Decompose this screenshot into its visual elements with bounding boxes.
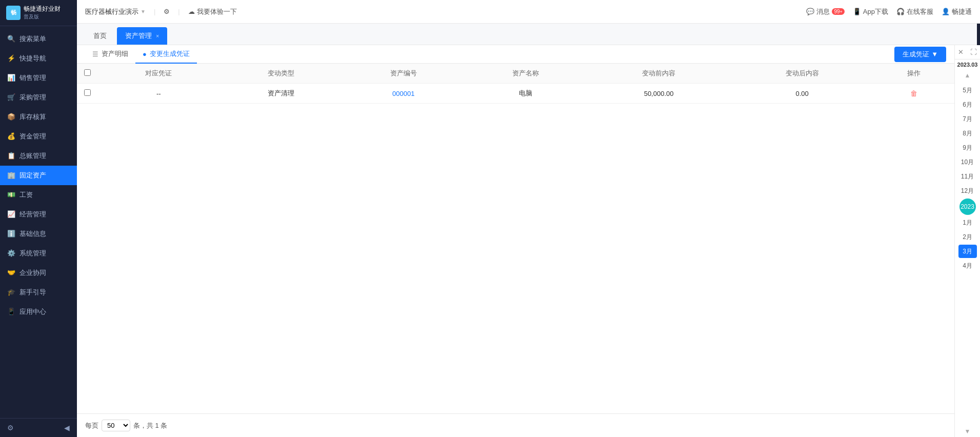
customer-service-button[interactable]: 🎧 在线客服 — [896, 7, 933, 16]
feedback-button[interactable]: ☁ 我要体验一下 — [188, 7, 237, 16]
topbar-right: 💬 消息 99+ 📱 App下载 🎧 在线客服 👤 畅捷通 — [806, 7, 972, 16]
table-icon: ☰ — [92, 50, 98, 58]
messages-button[interactable]: 💬 消息 99+ — [806, 7, 844, 16]
company-selector[interactable]: 医疗器械行业演示 ▼ — [85, 7, 146, 16]
month-item[interactable]: 1月 — [958, 216, 977, 229]
sidebar-item-payroll[interactable]: 💵工资 — [0, 185, 77, 205]
month-item[interactable]: 3月 — [958, 245, 977, 258]
row-checkbox-cell — [77, 84, 97, 104]
sidebar-item-operations[interactable]: 📈经营管理 — [0, 205, 77, 224]
sidebar-label-system: 系统管理 — [19, 249, 46, 258]
headset-icon: 🎧 — [896, 8, 905, 15]
year-2023-label[interactable]: 2023 — [959, 198, 976, 215]
sidebar-item-system[interactable]: ⚙️系统管理 — [0, 244, 77, 263]
month-item[interactable]: 6月 — [958, 98, 977, 111]
app-center-icon: 📱 — [7, 308, 15, 316]
collapse-icon[interactable]: ◀ — [64, 424, 70, 432]
main-wrapper: 医疗器械行业演示 ▼ | ⚙ | ☁ 我要体验一下 💬 消息 99+ 📱 App… — [77, 0, 980, 437]
side-panel-close-icon[interactable]: ✕ — [958, 48, 964, 56]
month-item[interactable]: 9月 — [958, 141, 977, 154]
month-item[interactable]: 5月 — [958, 84, 977, 97]
sidebar-item-finance[interactable]: 💰资金管理 — [0, 127, 77, 146]
phone-icon: 📱 — [853, 8, 861, 15]
sidebar-item-inventory[interactable]: 📦库存核算 — [0, 107, 77, 127]
column-change-type: 变动类型 — [220, 64, 343, 84]
user-menu[interactable]: 👤 畅捷通 — [942, 7, 972, 16]
sidebar-label-basic-info: 基础信息 — [19, 229, 46, 239]
tab-home[interactable]: 首页 — [85, 27, 115, 45]
sidebar-item-basic-info[interactable]: ℹ️基础信息 — [0, 224, 77, 244]
column-after-change: 变动后内容 — [730, 64, 874, 84]
select-all-checkbox-header[interactable] — [77, 64, 97, 84]
sidebar-label-sales: 销售管理 — [19, 73, 46, 83]
messages-label: 消息 — [816, 7, 830, 16]
settings-icon[interactable]: ⚙ — [7, 424, 14, 432]
sub-tab-generate-voucher[interactable]: ● 变更生成凭证 — [135, 45, 197, 64]
month-item[interactable]: 7月 — [958, 112, 977, 126]
delete-icon[interactable]: 🗑 — [910, 89, 917, 97]
gear-icon: ⚙ — [164, 8, 170, 15]
content-with-panel: ☰ 资产明细 ● 变更生成凭证 生成凭证 ▼ — [77, 45, 980, 437]
logo-line1: 畅捷通好业财 — [24, 5, 61, 13]
month-item[interactable]: 2月 — [958, 230, 977, 244]
row-after-change: 0.00 — [730, 84, 874, 104]
column-voucher: 对应凭证 — [97, 64, 220, 84]
column-operation: 操作 — [874, 64, 954, 84]
sidebar-navigation: 🔍搜索菜单⚡快捷导航📊销售管理🛒采购管理📦库存核算💰资金管理📋总账管理🏢固定资产… — [0, 26, 77, 418]
sidebar-label-payroll: 工资 — [19, 190, 33, 200]
sidebar-label-app-center: 应用中心 — [19, 307, 46, 316]
month-item[interactable]: 11月 — [958, 170, 977, 183]
sidebar-item-search[interactable]: 🔍搜索菜单 — [0, 29, 77, 49]
sidebar-label-fixed-assets: 固定资产 — [19, 171, 46, 180]
sidebar-item-ledger[interactable]: 📋总账管理 — [0, 146, 77, 166]
active-tab-label: 资产管理 — [125, 31, 152, 41]
main-content: ☰ 资产明细 ● 变更生成凭证 生成凭证 ▼ — [77, 45, 954, 437]
user-icon: 👤 — [942, 8, 950, 15]
scroll-up-button[interactable]: ▲ — [955, 70, 980, 81]
tab-close-icon[interactable]: × — [156, 33, 159, 39]
circle-icon: ● — [143, 50, 147, 58]
side-panel: ✕ ⛶ 2023.03 ▲ 5月6月7月8月9月10月11月12月20231月2… — [954, 45, 980, 437]
dropdown-icon: ▼ — [931, 50, 938, 58]
per-page-select[interactable]: 102050100 — [102, 420, 130, 431]
sidebar-label-inventory: 库存核算 — [19, 112, 46, 122]
data-table: 对应凭证 变动类型 资产编号 资产名称 变动前内容 变动后内容 操作 -- 资产… — [77, 64, 954, 104]
sidebar-label-operations: 经营管理 — [19, 210, 46, 219]
sidebar-item-app-center[interactable]: 📱应用中心 — [0, 302, 77, 322]
app-download-button[interactable]: 📱 App下载 — [853, 7, 888, 16]
select-all-checkbox[interactable] — [84, 69, 91, 76]
sidebar-label-guide: 新手引导 — [19, 288, 46, 297]
sub-tab-asset-detail[interactable]: ☰ 资产明细 — [85, 45, 135, 64]
month-item[interactable]: 10月 — [958, 155, 977, 169]
enterprise-icon: 🤝 — [7, 269, 15, 277]
messages-badge: 99+ — [832, 8, 844, 15]
side-panel-expand-icon[interactable]: ⛶ — [970, 48, 977, 56]
sidebar-item-enterprise[interactable]: 🤝企业协同 — [0, 263, 77, 283]
dropdown-arrow-icon: ▼ — [141, 9, 146, 14]
basic-info-icon: ℹ️ — [7, 230, 15, 238]
table-wrapper: 对应凭证 变动类型 资产编号 资产名称 变动前内容 变动后内容 操作 -- 资产… — [77, 64, 954, 413]
generate-voucher-button[interactable]: 生成凭证 ▼ — [894, 47, 946, 62]
sidebar-item-guide[interactable]: 🎓新手引导 — [0, 283, 77, 302]
sidebar-item-purchase[interactable]: 🛒采购管理 — [0, 88, 77, 107]
message-icon: 💬 — [806, 8, 814, 15]
settings-gear[interactable]: ⚙ — [164, 8, 170, 15]
sidebar-item-sales[interactable]: 📊销售管理 — [0, 68, 77, 88]
scroll-down-button[interactable]: ▼ — [955, 426, 980, 437]
sidebar-item-fixed-assets[interactable]: 🏢固定资产 — [0, 166, 77, 185]
sub-tab-voucher-label: 变更生成凭证 — [150, 49, 190, 58]
panel-year-label: 2023.03 — [955, 59, 980, 70]
inventory-icon: 📦 — [7, 113, 15, 121]
logo-icon: 畅 — [6, 6, 21, 20]
tab-asset-management[interactable]: 资产管理 × — [117, 27, 167, 45]
payroll-icon: 💵 — [7, 191, 15, 199]
row-checkbox[interactable] — [84, 89, 91, 96]
month-item[interactable]: 8月 — [958, 127, 977, 140]
sidebar-logo: 畅 畅捷通好业财 普及版 — [0, 0, 77, 26]
month-item[interactable]: 12月 — [958, 184, 977, 197]
month-item[interactable]: 4月 — [958, 259, 977, 272]
sidebar: 畅 畅捷通好业财 普及版 🔍搜索菜单⚡快捷导航📊销售管理🛒采购管理📦库存核算💰资… — [0, 0, 77, 437]
table-header-row: 对应凭证 变动类型 资产编号 资产名称 变动前内容 变动后内容 操作 — [77, 64, 954, 84]
table-row: -- 资产清理 000001 电脑 50,000.00 0.00 🗑 — [77, 84, 954, 104]
sidebar-item-quick-nav[interactable]: ⚡快捷导航 — [0, 49, 77, 68]
